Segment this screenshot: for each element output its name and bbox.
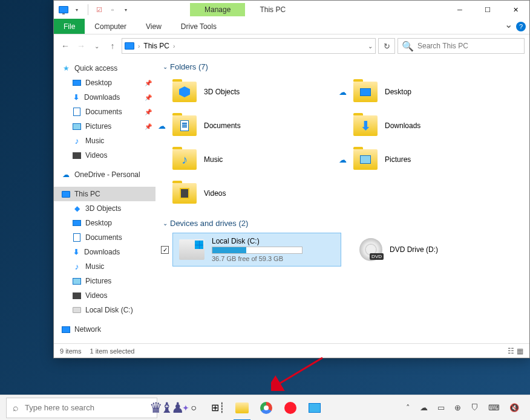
up-button[interactable]: ↑ [106, 39, 119, 53]
nav-quick-access[interactable]: ★Quick access [54, 61, 155, 76]
navigation-pane: ★Quick access Desktop📌 ⬇Downloads📌 Docum… [54, 57, 155, 343]
nav-pc-music[interactable]: ♪Music [54, 259, 155, 274]
tray-overflow-icon[interactable]: ˄ [404, 403, 413, 412]
nav-this-pc[interactable]: This PC [54, 187, 155, 201]
tray-volume-icon[interactable]: 🔇 [507, 403, 522, 412]
ribbon-collapse-icon[interactable]: ⌄ [505, 19, 512, 34]
tab-view[interactable]: View [136, 19, 171, 34]
ribbon-tabs: File Computer View Drive Tools ⌄ ? [54, 19, 529, 34]
recent-dropdown-icon[interactable]: ⌄ [90, 39, 103, 53]
folder-desktop[interactable]: ☁Desktop [353, 76, 522, 108]
disk-icon [72, 305, 82, 315]
drive-free-text: 36.7 GB free of 59.3 GB [212, 255, 303, 262]
picture-icon [360, 155, 371, 164]
nav-pc-pictures[interactable]: Pictures [54, 274, 155, 288]
drives-group-header[interactable]: ⌄Devices and drives (2) [163, 219, 522, 228]
drive-local-disk-c[interactable]: ✓ Local Disk (C:) 36.7 GB free of 59.3 G… [172, 233, 341, 267]
tab-file[interactable]: File [54, 19, 85, 34]
tray-network-icon[interactable]: ⊕ [452, 403, 463, 412]
folder-documents[interactable]: ☁Documents [172, 110, 341, 141]
nav-local-disk[interactable]: Local Disk (C:) [54, 303, 155, 317]
breadcrumb-sep: › [173, 43, 175, 50]
taskbar-task-view[interactable]: ⊞┊ [206, 395, 230, 421]
search-icon: 🔍 [402, 40, 414, 52]
titlebar: ▾ ☑ ▫ ▾ Manage This PC ─ ☐ ✕ [54, 1, 529, 19]
refresh-button[interactable]: ↻ [378, 38, 395, 54]
manage-context-tab[interactable]: Manage [190, 3, 245, 16]
tray-onedrive-icon[interactable]: ☁ [417, 403, 430, 412]
nav-desktop[interactable]: Desktop📌 [54, 76, 155, 90]
nav-onedrive[interactable]: ☁OneDrive - Personal [54, 167, 155, 182]
address-dropdown-icon[interactable]: ⌄ [368, 43, 373, 50]
taskbar-search-input[interactable] [25, 403, 151, 412]
nav-pc-desktop[interactable]: Desktop [54, 216, 155, 230]
nav-pictures[interactable]: Pictures📌 [54, 119, 155, 134]
folder-pictures[interactable]: ☁Pictures [353, 144, 522, 175]
nav-pc-documents[interactable]: Documents [54, 230, 155, 245]
drive-checkbox[interactable]: ✓ [161, 246, 169, 254]
folder-downloads[interactable]: ⬇Downloads [353, 110, 522, 141]
status-selection-count: 1 item selected [90, 347, 134, 355]
taskbar-cortana[interactable]: ○ [182, 395, 206, 421]
nav-3d-objects[interactable]: ◆3D Objects [54, 201, 155, 216]
tab-drive-tools[interactable]: Drive Tools [171, 19, 226, 34]
details-view-icon[interactable]: ☷ [508, 347, 514, 355]
help-icon[interactable]: ? [516, 22, 526, 31]
chevron-down-icon: ⌄ [163, 220, 168, 227]
search-box[interactable]: 🔍 [398, 38, 525, 54]
nav-network[interactable]: Network [54, 322, 155, 337]
music-icon: ♪ [182, 153, 188, 167]
window-title: This PC [260, 5, 286, 14]
file-explorer-window: ▾ ☑ ▫ ▾ Manage This PC ─ ☐ ✕ File Comput… [53, 0, 530, 358]
nav-documents[interactable]: Documents📌 [54, 105, 155, 119]
search-input[interactable] [417, 42, 520, 50]
qat-more-icon[interactable]: ▾ [121, 5, 131, 15]
properties-icon[interactable]: ☑ [94, 5, 104, 15]
taskbar-app[interactable] [303, 395, 327, 421]
taskbar-file-explorer[interactable] [230, 395, 254, 421]
nav-downloads[interactable]: ⬇Downloads📌 [54, 90, 155, 105]
network-icon [61, 325, 71, 334]
nav-pc-videos[interactable]: Videos [54, 288, 155, 303]
back-button[interactable]: ← [59, 39, 72, 53]
drive-dvd[interactable]: DVD Drive (D:) [353, 233, 522, 267]
taskbar-opera[interactable] [278, 395, 303, 421]
video-icon [72, 150, 82, 160]
download-icon: ⬇ [72, 248, 80, 256]
pc-icon [59, 5, 68, 15]
maximize-button[interactable]: ☐ [474, 1, 502, 19]
content-pane: ⌄Folders (7) 3D Objects ☁Desktop ☁Docume… [155, 57, 529, 343]
taskbar-chess-widget[interactable]: ♛♝♟✦ [157, 395, 182, 421]
tiles-view-icon[interactable]: ▦ [517, 347, 523, 355]
forward-button[interactable]: → [74, 39, 88, 53]
tray-language-icon[interactable]: ⌨ [486, 403, 502, 412]
breadcrumb[interactable]: This PC [143, 42, 169, 50]
folder-videos[interactable]: Videos [172, 178, 341, 209]
folders-group-header[interactable]: ⌄Folders (7) [163, 62, 522, 71]
taskbar-chrome[interactable] [254, 395, 278, 421]
folder-music[interactable]: ♪Music [172, 144, 341, 175]
nav-videos[interactable]: Videos [54, 148, 155, 163]
tray-news-icon[interactable]: ▭ [435, 403, 447, 412]
new-folder-icon[interactable]: ▫ [108, 5, 117, 15]
nav-pc-downloads[interactable]: ⬇Downloads [54, 245, 155, 259]
3d-icon [179, 86, 190, 97]
qat-dropdown-icon[interactable]: ▾ [72, 5, 82, 15]
folder-3d-objects[interactable]: 3D Objects [172, 76, 341, 108]
close-button[interactable]: ✕ [502, 1, 529, 19]
sync-icon: ☁ [158, 121, 166, 131]
taskbar: ⌕ ♛♝♟✦ ○ ⊞┊ ˄ ☁ ▭ ⊕ ⛉ ⌨ 🔇 [0, 395, 530, 420]
video-icon [72, 291, 82, 300]
minimize-button[interactable]: ─ [446, 1, 474, 19]
address-bar[interactable]: › This PC › ⌄ [122, 38, 376, 54]
tab-computer[interactable]: Computer [85, 19, 136, 34]
dvd-icon [359, 238, 382, 261]
taskbar-search[interactable]: ⌕ [6, 398, 157, 418]
status-item-count: 9 items [60, 347, 81, 355]
video-icon [180, 188, 189, 199]
music-icon: ♪ [72, 136, 82, 146]
taskbar-tray: ˄ ☁ ▭ ⊕ ⛉ ⌨ 🔇 [404, 403, 526, 412]
tray-security-icon[interactable]: ⛉ [468, 403, 481, 412]
chevron-down-icon: ⌄ [163, 63, 168, 70]
nav-music[interactable]: ♪Music [54, 134, 155, 148]
